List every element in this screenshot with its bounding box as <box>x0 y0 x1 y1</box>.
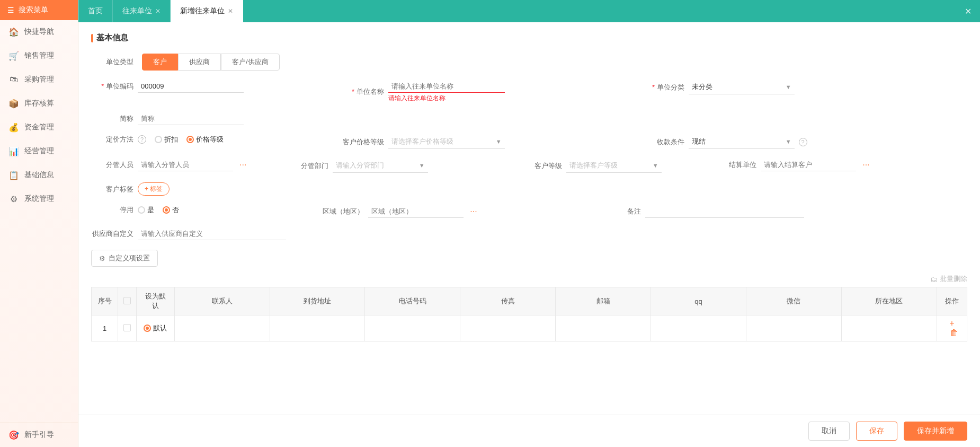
unit-type-field: 单位类型 客户 供应商 客户/供应商 <box>91 54 967 71</box>
pricing-radio-level-circle <box>186 136 194 143</box>
col-header-fax: 传真 <box>460 287 556 315</box>
sidebar-item-quick-nav[interactable]: 🏠 快捷导航 <box>0 20 78 44</box>
pricing-method-label: 定价方法 <box>91 135 133 144</box>
settlement-unit-more-icon[interactable]: ··· <box>862 160 869 170</box>
sidebar-item-finance[interactable]: 💰 资金管理 <box>0 116 78 139</box>
remarks-label: 备注 <box>599 207 641 216</box>
row-contact-input[interactable] <box>180 325 264 332</box>
department-placeholder: 请输入分管部门 <box>336 161 417 170</box>
sidebar-item-guide[interactable]: 🎯 新手引导 <box>0 423 78 447</box>
sidebar: ☰ 搜索菜单 🏠 快捷导航 🛒 销售管理 🛍 采购管理 📦 库存核算 💰 资金管… <box>0 0 78 447</box>
settlement-unit-label: 结算单位 <box>714 160 756 170</box>
batch-delete-label[interactable]: 批量删除 <box>940 274 967 284</box>
tab-contacts-close[interactable]: ✕ <box>155 7 161 15</box>
tab-new-contact-close[interactable]: ✕ <box>228 7 233 15</box>
sidebar-item-sales[interactable]: 🛒 销售管理 <box>0 44 78 68</box>
region-more-icon[interactable]: ··· <box>470 207 477 216</box>
region-input[interactable] <box>368 205 464 218</box>
customer-price-level-select[interactable]: 请选择客户价格等级 ▼ <box>388 135 505 149</box>
row-add-icon[interactable]: + <box>949 319 954 328</box>
custom-settings-button[interactable]: ⚙ 自定义项设置 <box>91 250 158 267</box>
inventory-icon: 📦 <box>8 98 19 109</box>
supplier-custom-input[interactable] <box>138 227 286 240</box>
manager-dept-row: 分管人员 ··· 分管部门 请输入分管部门 ▼ 客户等级 请选择客户等级 ▼ <box>91 159 967 173</box>
row-region[interactable] <box>841 315 937 341</box>
department-select[interactable]: 请输入分管部门 ▼ <box>333 159 428 173</box>
row-fax-input[interactable] <box>466 325 550 332</box>
main-area: 首页 往来单位 ✕ 新增往来单位 ✕ ✕ 基本信息 单位类型 客户 供应商 <box>78 0 980 447</box>
type-btn-supplier[interactable]: 供应商 <box>178 54 221 71</box>
unit-category-select[interactable]: 未分类 ▼ <box>689 80 795 94</box>
row-wechat[interactable] <box>746 315 842 341</box>
content-area: 基本信息 单位类型 客户 供应商 客户/供应商 单位编码 单位名称 <box>78 22 980 415</box>
row-default-radio[interactable]: 默认 <box>144 323 167 333</box>
unit-category-field: 单位分类 未分类 ▼ <box>642 80 967 94</box>
cancel-button[interactable]: 取消 <box>808 422 850 441</box>
payment-terms-help-icon[interactable]: ? <box>799 138 807 146</box>
section-title: 基本信息 <box>91 33 967 43</box>
row-address[interactable] <box>270 315 365 341</box>
col-header-phone: 电话号码 <box>365 287 460 315</box>
row-qq[interactable] <box>651 315 746 341</box>
row-email-input[interactable] <box>561 325 645 332</box>
col-header-region: 所在地区 <box>841 287 937 315</box>
add-tag-button[interactable]: + 标签 <box>138 182 170 196</box>
save-new-button[interactable]: 保存并新增 <box>904 422 967 441</box>
settlement-unit-field: 结算单位 ··· <box>714 159 967 171</box>
payment-terms-value: 现结 <box>692 137 783 146</box>
row-contact[interactable] <box>174 315 270 341</box>
unit-code-field: 单位编码 <box>91 80 342 93</box>
tab-contacts[interactable]: 往来单位 ✕ <box>113 0 171 22</box>
col-header-address: 到货地址 <box>270 287 365 315</box>
payment-terms-select[interactable]: 现结 ▼ <box>689 135 795 149</box>
row-fax[interactable] <box>460 315 556 341</box>
row-delete-icon[interactable]: 🗑 <box>950 328 958 337</box>
remarks-input[interactable] <box>645 205 804 218</box>
unit-type-label: 单位类型 <box>91 57 133 67</box>
disabled-radio-no[interactable]: 否 <box>163 205 179 215</box>
short-name-input[interactable] <box>138 112 244 125</box>
row-qq-input[interactable] <box>656 325 741 332</box>
pricing-method-radio-group: 折扣 价格等级 <box>155 135 224 144</box>
customer-level-placeholder: 请选择客户等级 <box>569 161 651 170</box>
customer-level-select[interactable]: 请选择客户等级 ▼ <box>566 159 662 173</box>
save-button[interactable]: 保存 <box>856 422 897 441</box>
sidebar-item-basic-info[interactable]: 📋 基础信息 <box>0 163 78 187</box>
sidebar-item-inventory[interactable]: 📦 库存核算 <box>0 92 78 116</box>
operations-icon: 📊 <box>8 146 19 156</box>
manager-input[interactable] <box>138 159 233 171</box>
disabled-radio-yes[interactable]: 是 <box>138 205 154 215</box>
pricing-help-icon[interactable]: ? <box>138 135 146 144</box>
sidebar-item-purchase[interactable]: 🛍 采购管理 <box>0 68 78 92</box>
tab-close-all-button[interactable]: ✕ <box>956 6 980 16</box>
tab-new-contact[interactable]: 新增往来单位 ✕ <box>171 0 243 22</box>
unit-name-input[interactable] <box>388 80 505 93</box>
row-phone-input[interactable] <box>370 325 455 332</box>
type-btn-customer[interactable]: 客户 <box>142 54 178 71</box>
sidebar-item-operations[interactable]: 📊 经营管理 <box>0 139 78 163</box>
pricing-radio-discount[interactable]: 折扣 <box>155 135 178 144</box>
search-icon: ☰ <box>7 6 14 14</box>
row-phone[interactable] <box>365 315 460 341</box>
row-wechat-input[interactable] <box>752 325 836 332</box>
tab-home[interactable]: 首页 <box>78 0 113 22</box>
type-btn-both[interactable]: 客户/供应商 <box>221 54 280 71</box>
settlement-unit-input[interactable] <box>761 159 856 171</box>
payment-terms-label: 收款条件 <box>642 137 684 147</box>
row-region-input[interactable] <box>847 325 931 332</box>
select-all-checkbox[interactable] <box>123 297 131 304</box>
col-header-action: 操作 <box>937 287 967 315</box>
contacts-table: 序号 设为默认 联系人 到货地址 电话号码 传真 邮箱 qq 微信 所在地区 操… <box>91 287 967 341</box>
sidebar-item-system[interactable]: ⚙ 系统管理 <box>0 187 78 211</box>
row-email[interactable] <box>556 315 651 341</box>
col-header-qq: qq <box>651 287 746 315</box>
short-name-label: 简称 <box>91 114 133 124</box>
sales-icon: 🛒 <box>8 50 19 61</box>
unit-code-input[interactable] <box>138 80 244 93</box>
manager-more-icon[interactable]: ··· <box>239 160 246 170</box>
disabled-field: 停用 是 否 <box>91 205 322 215</box>
row-address-input[interactable] <box>275 325 360 332</box>
search-menu-button[interactable]: ☰ 搜索菜单 <box>0 0 78 20</box>
row-select-checkbox[interactable] <box>123 324 131 331</box>
pricing-radio-level[interactable]: 价格等级 <box>186 135 224 144</box>
